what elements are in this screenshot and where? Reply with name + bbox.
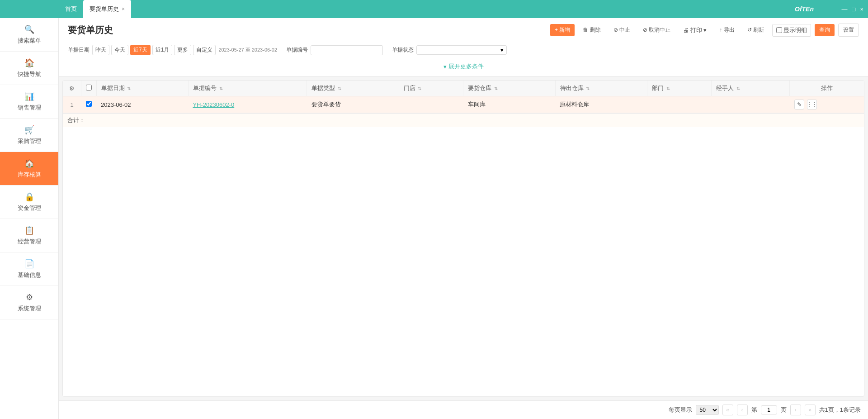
page-number-input[interactable]: 1 (761, 405, 777, 414)
row-store (399, 96, 463, 113)
content-area: 要货单历史 + 新增 🗑 删除 ⊘ 中止 ⊘ 取消中止 🖨 打印 ▾ ↑ 导出 … (59, 18, 868, 419)
sort-type-icon[interactable]: ⇅ (338, 86, 341, 91)
status-filter-label: 单据状态 (392, 46, 414, 54)
prev-page-button[interactable]: ‹ (737, 405, 748, 415)
status-select[interactable]: ▾ (416, 45, 507, 55)
top-bar: 首页 要货单历史 × OfTEn — □ × (0, 0, 868, 18)
clipboard-icon: 📋 (24, 225, 34, 235)
settings-button[interactable]: 设置 (838, 24, 859, 37)
row-date: 2023-06-02 (96, 96, 188, 113)
row-type: 要货单要货 (307, 96, 399, 113)
sidebar-item-operation[interactable]: 📋 经营管理 (0, 219, 58, 252)
tab-home[interactable]: 首页 (59, 0, 83, 18)
refresh-button[interactable]: ↺ 刷新 (743, 24, 769, 36)
date-btn-today[interactable]: 今天 (111, 45, 128, 55)
maximize-icon[interactable]: □ (852, 6, 856, 13)
th-dept: 部门 ⇅ (647, 81, 711, 96)
display-detail-button[interactable]: 显示明细 (772, 24, 811, 37)
table-header-row: ⚙ 单据日期 ⇅ 单据编号 ⇅ 单据类型 ⇅ 门店 ⇅ 要货仓库 ⇅ 待出仓库 … (63, 81, 864, 96)
row-dept (647, 96, 711, 113)
window-controls: — □ × (842, 6, 863, 13)
chart-icon: 📊 (24, 91, 34, 101)
sort-store-icon[interactable]: ⇅ (418, 86, 421, 91)
new-button[interactable]: + 新增 (550, 24, 575, 36)
sidebar-label-inventory: 库存核算 (18, 171, 41, 179)
th-settings[interactable]: ⚙ (63, 81, 81, 96)
date-btn-last1m[interactable]: 近1月 (152, 45, 173, 55)
table-footer: 合计： (63, 113, 864, 127)
total-label: 合计： (67, 117, 85, 124)
sort-handler-icon[interactable]: ⇅ (736, 86, 740, 91)
row-edit-icon[interactable]: ✎ (794, 100, 804, 110)
row-action: ✎ ⋮⋮ (790, 96, 864, 113)
export-button[interactable]: ↑ 导出 (715, 24, 739, 36)
page-label: 第 (751, 406, 757, 414)
tab-close-icon[interactable]: × (122, 6, 125, 12)
sidebar-item-inventory[interactable]: 🏠 库存核算 (0, 152, 58, 186)
print-dropdown-icon: ▾ (703, 27, 707, 33)
minimize-icon[interactable]: — (842, 6, 848, 13)
cart-icon: 🛒 (24, 125, 34, 135)
print-button[interactable]: 🖨 打印 ▾ (679, 24, 711, 37)
sidebar-item-sales[interactable]: 📊 销售管理 (0, 85, 58, 119)
row-no-link[interactable]: YH-20230602-0 (193, 101, 234, 108)
close-window-icon[interactable]: × (860, 6, 863, 13)
sort-req-warehouse-icon[interactable]: ⇅ (494, 86, 498, 91)
next-page-button[interactable]: › (790, 405, 801, 415)
status-select-icon: ▾ (500, 47, 504, 53)
sort-date-icon[interactable]: ⇅ (127, 86, 131, 91)
sidebar-label-sales: 销售管理 (18, 104, 41, 112)
th-checkbox[interactable] (81, 81, 96, 96)
sidebar-label-search: 搜索菜单 (18, 37, 41, 45)
th-req-warehouse: 要货仓库 ⇅ (463, 81, 555, 96)
gear-icon: ⚙ (26, 292, 33, 302)
sidebar-item-purchase[interactable]: 🛒 采购管理 (0, 119, 58, 152)
sidebar-item-shortcut[interactable]: 🏠 快捷导航 (0, 52, 58, 85)
sidebar-item-basic[interactable]: 📄 基础信息 (0, 252, 58, 286)
cancel-stop-button[interactable]: ⊘ 取消中止 (638, 24, 675, 36)
data-table: ⚙ 单据日期 ⇅ 单据编号 ⇅ 单据类型 ⇅ 门店 ⇅ 要货仓库 ⇅ 待出仓库 … (63, 81, 864, 113)
page-title: 要货单历史 (68, 24, 113, 36)
sort-dept-icon[interactable]: ⇅ (666, 86, 670, 91)
sidebar-item-finance[interactable]: 🔒 资金管理 (0, 186, 58, 219)
expand-filter-button[interactable]: ▾ 展开更多条件 (443, 61, 484, 72)
date-btn-yesterday[interactable]: 昨天 (92, 45, 109, 55)
th-store: 门店 ⇅ (399, 81, 463, 96)
billno-input[interactable] (311, 45, 383, 55)
date-btn-more[interactable]: 更多 (174, 45, 191, 55)
delete-button[interactable]: 🗑 删除 (578, 24, 605, 36)
row-checkbox-cell[interactable] (81, 96, 96, 113)
stop-button[interactable]: ⊘ 中止 (609, 24, 635, 36)
home-icon: 🏠 (24, 58, 34, 68)
query-button[interactable]: 查询 (815, 24, 835, 36)
row-detail-icon[interactable]: ⋮⋮ (807, 100, 817, 110)
display-detail-checkbox[interactable] (776, 27, 782, 33)
sort-no-icon[interactable]: ⇅ (219, 86, 223, 91)
tab-history[interactable]: 要货单历史 × (83, 0, 131, 18)
sidebar-label-system: 系统管理 (18, 305, 41, 313)
print-icon: 🖨 (683, 27, 689, 33)
row-req-warehouse: 车间库 (463, 96, 555, 113)
date-btn-last7[interactable]: 近7天 (130, 45, 151, 55)
table-wrap: ⚙ 单据日期 ⇅ 单据编号 ⇅ 单据类型 ⇅ 门店 ⇅ 要货仓库 ⇅ 待出仓库 … (62, 80, 864, 397)
row-checkbox[interactable] (86, 101, 92, 107)
sidebar-label-purchase: 采购管理 (18, 137, 41, 145)
sidebar-item-search[interactable]: 🔍 搜索菜单 (0, 18, 58, 52)
sidebar-item-system[interactable]: ⚙ 系统管理 (0, 286, 58, 319)
print-label: 打印 (690, 26, 702, 34)
row-no[interactable]: YH-20230602-0 (188, 96, 307, 113)
select-all-checkbox[interactable] (86, 85, 92, 90)
brand-logo: OfTEn (795, 5, 814, 13)
inventory-icon: 🏠 (24, 158, 34, 168)
tab-history-label: 要货单历史 (90, 5, 119, 13)
filter-row: 单据日期 昨天 今天 近7天 近1月 更多 自定义 2023-05-27 至 2… (68, 41, 859, 59)
first-page-button[interactable]: « (722, 405, 733, 415)
row-num: 1 (63, 96, 81, 113)
sort-pending-warehouse-icon[interactable]: ⇅ (586, 86, 590, 91)
date-btn-custom[interactable]: 自定义 (193, 45, 216, 55)
last-page-button[interactable]: » (805, 405, 816, 415)
expand-icon: ▾ (443, 63, 447, 70)
lock-icon: 🔒 (24, 192, 34, 202)
status-filter-group: 单据状态 ▾ (392, 45, 507, 55)
per-page-select[interactable]: 50 100 200 (696, 405, 719, 415)
